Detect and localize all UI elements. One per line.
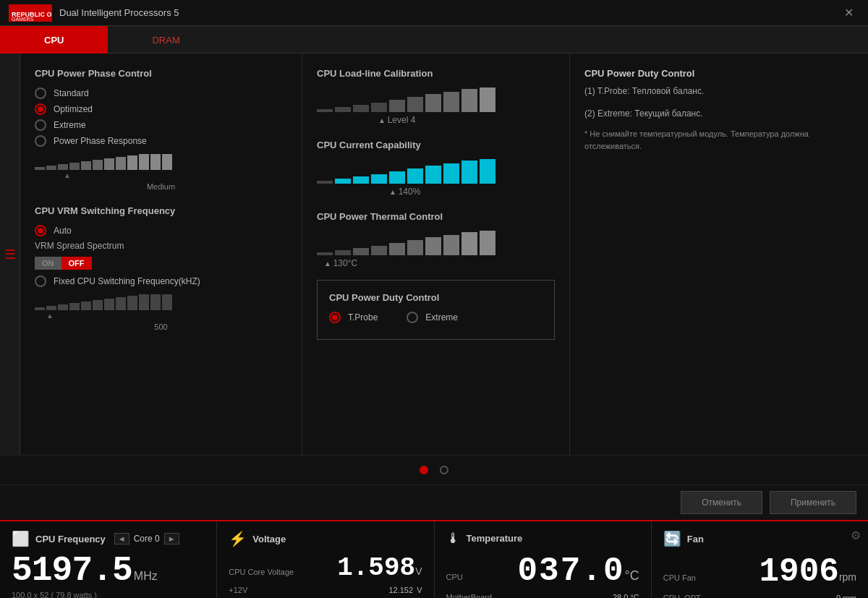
radio-circle-fixed bbox=[35, 275, 46, 287]
fan-section: 🔄 Fan CPU Fan 1906 rpm CPU_OPT 0 rpm Cha… bbox=[652, 521, 868, 598]
dot-2[interactable] bbox=[440, 466, 448, 474]
voltage-row-12v: +12V 12.152 V bbox=[229, 586, 422, 594]
tabs-bar: CPU DRAM bbox=[0, 26, 868, 54]
core-label: Core 0 bbox=[134, 534, 160, 544]
titlebar: REPUBLIC OF GAMERS Dual Intelligent Proc… bbox=[0, 0, 868, 26]
radio-extreme-duty[interactable]: Extreme bbox=[407, 312, 458, 323]
calibration-section: CPU Load-line Calibration ▲ Level 4 bbox=[317, 68, 555, 125]
voltage-header: ⚡ Voltage bbox=[229, 530, 422, 547]
temp-icon: 🌡 bbox=[446, 530, 461, 547]
fixed-slider-label: 500 bbox=[35, 323, 287, 331]
radio-label-extreme: Extreme bbox=[54, 120, 86, 130]
radio-circle-extreme-duty bbox=[407, 312, 418, 323]
phase-slider-label: Medium bbox=[35, 182, 287, 191]
radio-auto[interactable]: Auto bbox=[35, 225, 287, 236]
radio-label-extreme-duty: Extreme bbox=[425, 312, 458, 323]
radio-label-ppr: Power Phase Response bbox=[54, 136, 147, 146]
main-content: ☰ CPU Power Phase Control Standard Optim… bbox=[0, 54, 868, 455]
cpu-temp-label: CPU bbox=[446, 573, 463, 581]
right-panel-line1: (1) T.Probe: Тепловой баланс. bbox=[584, 85, 854, 98]
fan-rows: CPU_OPT 0 rpm Chassis Fan 1 0 rpm Chassi… bbox=[663, 594, 856, 598]
center-panel: CPU Load-line Calibration ▲ Level 4 CPU … bbox=[302, 54, 570, 455]
current-cap-value: 140% bbox=[399, 187, 421, 197]
voltage-title: Voltage bbox=[252, 534, 286, 544]
cpu-temp-value: 037.0 bbox=[518, 552, 625, 590]
current-cap-section: CPU Current Capability ▲ 140% bbox=[317, 140, 555, 197]
cpu-freq-section: ⬜ CPU Frequency ◄ Core 0 ► 5197.5 MHz 10… bbox=[0, 521, 217, 598]
vrm-section: CPU VRM Switching Frequency Auto VRM Spr… bbox=[35, 205, 287, 331]
radio-circle-ppr bbox=[35, 135, 46, 147]
calibration-title: CPU Load-line Calibration bbox=[317, 68, 555, 79]
radio-circle-tprobe bbox=[329, 312, 341, 323]
cpu-fan-label: CPU Fan bbox=[663, 573, 696, 582]
right-panel-title: CPU Power Duty Control bbox=[584, 68, 854, 79]
freq-display: 5197.5 MHz bbox=[12, 553, 205, 588]
radio-optimized[interactable]: Optimized bbox=[35, 103, 287, 115]
voltage-section: ⚡ Voltage CPU Core Voltage 1.598 V +12V … bbox=[217, 521, 434, 598]
cpu-fan-unit: rpm bbox=[839, 571, 856, 583]
voltage-rows: +12V 12.152 V +5V 5.040 V +3.3V 3.408 V bbox=[229, 586, 422, 598]
core-prev-btn[interactable]: ◄ bbox=[114, 533, 129, 544]
apply-button[interactable]: Применить bbox=[770, 491, 856, 514]
cpu-freq-title: CPU Frequency bbox=[35, 534, 106, 544]
power-phase-radio-group: Standard Optimized Extreme Power Phase R… bbox=[35, 87, 287, 147]
cpu-freq-header: ⬜ CPU Frequency ◄ Core 0 ► bbox=[12, 530, 205, 547]
calibration-level: Level 4 bbox=[388, 115, 416, 125]
core-next-btn[interactable]: ► bbox=[164, 533, 179, 544]
thermal-title: CPU Power Thermal Control bbox=[317, 211, 555, 222]
cpu-core-voltage-unit: V bbox=[415, 565, 422, 577]
fan-title: Fan bbox=[687, 534, 704, 544]
dot-1[interactable] bbox=[420, 466, 428, 474]
radio-power-phase-response[interactable]: Power Phase Response bbox=[35, 135, 287, 147]
sidebar-toggle[interactable]: ☰ bbox=[0, 54, 20, 455]
cpu-fan-display: CPU Fan 1906 rpm bbox=[663, 553, 856, 591]
cpu-temp-display: CPU 037.0 °C bbox=[446, 552, 639, 590]
radio-circle-optimized bbox=[35, 103, 46, 115]
left-panel: CPU Power Phase Control Standard Optimiz… bbox=[20, 54, 302, 455]
radio-circle-standard bbox=[35, 87, 46, 99]
radio-label-tprobe: T.Probe bbox=[348, 312, 378, 323]
temperature-section: 🌡 Temperature CPU 037.0 °C MotherBoard 2… bbox=[435, 521, 652, 598]
right-panel: CPU Power Duty Control (1) T.Probe: Тепл… bbox=[570, 54, 868, 455]
freq-value: 5197.5 bbox=[12, 553, 132, 588]
toggle-off-button[interactable]: OFF bbox=[61, 257, 92, 270]
temp-title: Temperature bbox=[467, 533, 523, 544]
duty-title: CPU Power Duty Control bbox=[329, 292, 542, 303]
pagination bbox=[0, 455, 868, 484]
tab-cpu[interactable]: CPU bbox=[0, 26, 108, 54]
temp-header: 🌡 Temperature bbox=[446, 530, 639, 547]
cpu-fan-value: 1906 bbox=[759, 553, 838, 591]
thermal-value: 130°C bbox=[333, 258, 358, 268]
phase-slider[interactable]: ▲ Medium bbox=[35, 154, 287, 191]
vrm-title: CPU VRM Switching Frequency bbox=[35, 205, 287, 216]
radio-standard[interactable]: Standard bbox=[35, 87, 287, 99]
vrm-spread-label: VRM Spread Spectrum bbox=[35, 241, 287, 251]
fan-row-opt: CPU_OPT 0 rpm bbox=[663, 594, 856, 598]
duty-control-box: CPU Power Duty Control T.Probe Extreme bbox=[317, 280, 555, 340]
voltage-icon: ⚡ bbox=[229, 530, 247, 547]
temp-rows: MotherBoard 28.0 °C CPU Package 45.0 °C … bbox=[446, 593, 639, 598]
fixed-freq-slider[interactable]: ▲ 500 bbox=[35, 294, 287, 331]
monitor-bar: ⬜ CPU Frequency ◄ Core 0 ► 5197.5 MHz 10… bbox=[0, 520, 868, 598]
radio-fixed-freq[interactable]: Fixed CPU Switching Frequency(kHZ) bbox=[35, 275, 287, 287]
cpu-core-voltage-value: 1.598 bbox=[337, 553, 415, 583]
toggle-on-button[interactable]: ON bbox=[35, 257, 61, 270]
close-button[interactable]: ✕ bbox=[838, 4, 859, 21]
radio-extreme[interactable]: Extreme bbox=[35, 119, 287, 131]
thermal-section: CPU Power Thermal Control ▲ 130°C bbox=[317, 211, 555, 268]
freq-unit: MHz bbox=[134, 570, 158, 583]
action-bar: Отменить Применить bbox=[0, 484, 868, 520]
cpu-freq-icon: ⬜ bbox=[12, 530, 30, 547]
cpu-temp-unit: °C bbox=[625, 568, 639, 584]
cancel-button[interactable]: Отменить bbox=[681, 491, 762, 514]
radio-tprobe[interactable]: T.Probe bbox=[329, 312, 378, 323]
rog-logo: REPUBLIC OF GAMERS bbox=[9, 4, 52, 22]
cpu-voltage-display: CPU Core Voltage 1.598 V bbox=[229, 553, 422, 583]
svg-text:GAMERS: GAMERS bbox=[12, 17, 34, 22]
cpu-core-voltage-label: CPU Core Voltage bbox=[229, 568, 294, 576]
tab-dram[interactable]: DRAM bbox=[108, 26, 224, 54]
cpu-freq-nav: ◄ Core 0 ► bbox=[114, 533, 179, 544]
right-panel-note: * Не снимайте температурный модуль. Темп… bbox=[584, 128, 854, 152]
fan-icon: 🔄 bbox=[663, 530, 681, 547]
settings-icon[interactable]: ⚙ bbox=[851, 529, 861, 542]
